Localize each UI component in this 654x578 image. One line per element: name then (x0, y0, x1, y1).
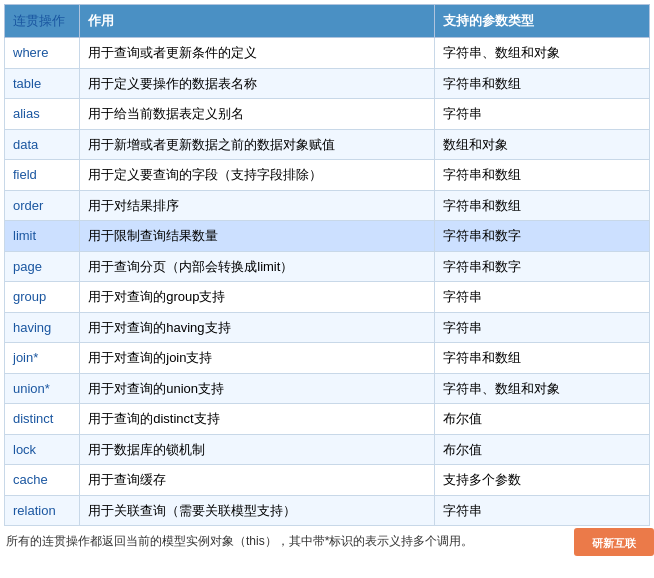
cell-operation: cache (5, 465, 80, 496)
table-row: alias用于给当前数据表定义别名字符串 (5, 99, 650, 130)
cell-operation: limit (5, 221, 80, 252)
cell-description: 用于对结果排序 (80, 190, 435, 221)
cell-operation: page (5, 251, 80, 282)
table-row: distinct用于查询的distinct支持布尔值 (5, 404, 650, 435)
cell-description: 用于定义要查询的字段（支持字段排除） (80, 160, 435, 191)
cell-operation: union* (5, 373, 80, 404)
cell-type: 字符串和数字 (435, 251, 650, 282)
cell-operation: where (5, 38, 80, 69)
table-row: union*用于对查询的union支持字符串、数组和对象 (5, 373, 650, 404)
table-row: order用于对结果排序字符串和数组 (5, 190, 650, 221)
cell-description: 用于新增或者更新数据之前的数据对象赋值 (80, 129, 435, 160)
table-row: lock用于数据库的锁机制布尔值 (5, 434, 650, 465)
table-row: join*用于对查询的join支持字符串和数组 (5, 343, 650, 374)
footer-area: 所有的连贯操作都返回当前的模型实例对象（this），其中带*标识的表示义持多个调… (0, 526, 654, 556)
cell-description: 用于数据库的锁机制 (80, 434, 435, 465)
cell-operation: relation (5, 495, 80, 526)
table-row: page用于查询分页（内部会转换成limit）字符串和数字 (5, 251, 650, 282)
cell-type: 数组和对象 (435, 129, 650, 160)
header-col-desc: 作用 (80, 5, 435, 38)
cell-type: 布尔值 (435, 404, 650, 435)
cell-description: 用于给当前数据表定义别名 (80, 99, 435, 130)
cell-description: 用于定义要操作的数据表名称 (80, 68, 435, 99)
table-row: having用于对查询的having支持字符串 (5, 312, 650, 343)
table-row: table用于定义要操作的数据表名称字符串和数组 (5, 68, 650, 99)
cell-operation: alias (5, 99, 80, 130)
cell-operation: data (5, 129, 80, 160)
watermark: 研新互联 (574, 528, 654, 556)
table-header-row: 连贯操作 作用 支持的参数类型 (5, 5, 650, 38)
cell-description: 用于查询分页（内部会转换成limit） (80, 251, 435, 282)
cell-type: 字符串 (435, 495, 650, 526)
cell-type: 字符串、数组和对象 (435, 38, 650, 69)
cell-operation: table (5, 68, 80, 99)
header-col-type: 支持的参数类型 (435, 5, 650, 38)
table-row: data用于新增或者更新数据之前的数据对象赋值数组和对象 (5, 129, 650, 160)
cell-type: 字符串和数字 (435, 221, 650, 252)
cell-operation: distinct (5, 404, 80, 435)
table-row: limit用于限制查询结果数量字符串和数字 (5, 221, 650, 252)
cell-type: 字符串 (435, 312, 650, 343)
cell-type: 字符串和数组 (435, 160, 650, 191)
cell-type: 字符串和数组 (435, 190, 650, 221)
cell-operation: having (5, 312, 80, 343)
cell-operation: order (5, 190, 80, 221)
cell-operation: group (5, 282, 80, 313)
main-table: 连贯操作 作用 支持的参数类型 where用于查询或者更新条件的定义字符串、数组… (4, 4, 650, 526)
cell-description: 用于对查询的union支持 (80, 373, 435, 404)
cell-type: 字符串 (435, 99, 650, 130)
table-row: group用于对查询的group支持字符串 (5, 282, 650, 313)
cell-description: 用于限制查询结果数量 (80, 221, 435, 252)
cell-operation: lock (5, 434, 80, 465)
table-row: where用于查询或者更新条件的定义字符串、数组和对象 (5, 38, 650, 69)
cell-type: 字符串和数组 (435, 343, 650, 374)
cell-description: 用于查询的distinct支持 (80, 404, 435, 435)
footer-note: 所有的连贯操作都返回当前的模型实例对象（this），其中带*标识的表示义持多个调… (0, 526, 479, 555)
cell-description: 用于对查询的group支持 (80, 282, 435, 313)
table-row: field用于定义要查询的字段（支持字段排除）字符串和数组 (5, 160, 650, 191)
cell-description: 用于关联查询（需要关联模型支持） (80, 495, 435, 526)
header-col-op: 连贯操作 (5, 5, 80, 38)
cell-operation: join* (5, 343, 80, 374)
table-body: where用于查询或者更新条件的定义字符串、数组和对象table用于定义要操作的… (5, 38, 650, 526)
cell-description: 用于查询或者更新条件的定义 (80, 38, 435, 69)
table-container: 连贯操作 作用 支持的参数类型 where用于查询或者更新条件的定义字符串、数组… (0, 0, 654, 526)
table-row: relation用于关联查询（需要关联模型支持）字符串 (5, 495, 650, 526)
cell-description: 用于查询缓存 (80, 465, 435, 496)
cell-type: 支持多个参数 (435, 465, 650, 496)
cell-type: 字符串 (435, 282, 650, 313)
cell-description: 用于对查询的join支持 (80, 343, 435, 374)
cell-description: 用于对查询的having支持 (80, 312, 435, 343)
cell-type: 字符串和数组 (435, 68, 650, 99)
svg-text:研新互联: 研新互联 (591, 537, 637, 549)
cell-operation: field (5, 160, 80, 191)
cell-type: 字符串、数组和对象 (435, 373, 650, 404)
table-row: cache用于查询缓存支持多个参数 (5, 465, 650, 496)
cell-type: 布尔值 (435, 434, 650, 465)
